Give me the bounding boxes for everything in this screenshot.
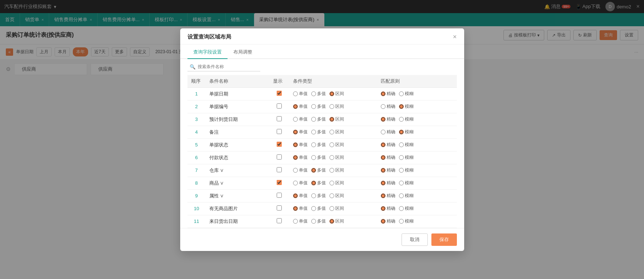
dialog-close-button[interactable]: × [453,34,457,40]
show-checkbox-8[interactable] [277,193,282,198]
tab-layout[interactable]: 布局调整 [228,46,258,59]
type-radio-单值-2[interactable]: 单值 [293,116,308,122]
match-radio-模糊-8[interactable]: 模糊 [399,193,414,199]
match-radio-精确-7[interactable]: 精确 [381,180,395,186]
tab-query-fields[interactable]: 查询字段设置 [187,46,228,59]
show-checkbox-7[interactable] [277,180,282,185]
cell-name-10: 来日货出日期 [206,215,269,228]
save-button[interactable]: 保存 [431,233,457,246]
show-checkbox-5[interactable] [277,154,282,160]
match-radio-模糊-0[interactable]: 模糊 [399,91,414,97]
match-radio-模糊-1[interactable]: 模糊 [399,103,414,110]
type-radio-单值-8[interactable]: 单值 [293,193,308,199]
cell-show-8[interactable] [269,189,289,202]
type-radio-单值-1[interactable]: 单值 [293,103,308,110]
show-checkbox-1[interactable] [277,103,282,109]
type-radio-多值-9[interactable]: 多值 [311,205,326,212]
cell-show-6[interactable] [269,164,289,177]
col-header-match: 匹配原则 [377,75,457,88]
match-radio-模糊-6[interactable]: 模糊 [399,167,414,173]
type-radio-单值-3[interactable]: 单值 [293,129,308,135]
cell-show-5[interactable] [269,151,289,164]
cancel-button[interactable]: 取消 [402,233,428,246]
type-radio-单值-6[interactable]: 单值 [293,167,308,173]
cell-order-7: 8 [187,177,206,189]
type-radio-区间-2[interactable]: 区间 [329,116,344,122]
type-radio-区间-6[interactable]: 区间 [329,167,344,173]
type-radio-单值-0[interactable]: 单值 [293,91,308,97]
show-checkbox-6[interactable] [277,167,282,172]
table-row: 7仓库 ∨单值多值区间精确模糊 [187,164,457,177]
show-checkbox-2[interactable] [277,116,282,121]
cell-show-3[interactable] [269,126,289,138]
show-checkbox-9[interactable] [277,205,282,211]
show-checkbox-4[interactable] [277,142,282,147]
type-radio-多值-4[interactable]: 多值 [311,142,326,148]
type-radio-单值-4[interactable]: 单值 [293,142,308,148]
cell-show-1[interactable] [269,100,289,113]
type-radio-区间-7[interactable]: 区间 [329,180,344,186]
table-row: 8商品 ∨单值多值区间精确模糊 [187,177,457,189]
type-radio-多值-7[interactable]: 多值 [311,180,326,186]
dialog-footer: 取消 保存 [180,228,464,251]
type-radio-区间-10[interactable]: 区间 [329,218,344,224]
cell-show-0[interactable] [269,87,289,100]
type-radio-多值-1[interactable]: 多值 [311,103,326,110]
cell-name-9: 有无商品图片 [206,202,269,215]
type-radio-多值-6[interactable]: 多值 [311,167,326,173]
dialog-table-wrap: 顺序 条件名称 显示 条件类型 匹配原则 1单据日期单值多值区间精确模糊2单据编… [180,75,464,228]
cell-match-4: 精确模糊 [377,138,457,151]
match-radio-精确-8[interactable]: 精确 [381,193,395,199]
search-input[interactable] [198,64,256,69]
cell-show-7[interactable] [269,177,289,189]
cell-match-2: 精确模糊 [377,113,457,126]
type-radio-单值-9[interactable]: 单值 [293,205,308,212]
cell-show-10[interactable] [269,215,289,228]
match-radio-精确-2[interactable]: 精确 [381,116,395,122]
cell-show-9[interactable] [269,202,289,215]
match-radio-精确-4[interactable]: 精确 [381,142,395,148]
type-radio-区间-9[interactable]: 区间 [329,205,344,212]
type-radio-区间-1[interactable]: 区间 [329,103,344,110]
type-radio-多值-10[interactable]: 多值 [311,218,326,224]
cell-name-0: 单据日期 [206,87,269,100]
type-radio-区间-0[interactable]: 区间 [329,91,344,97]
col-header-show: 显示 [269,75,289,88]
show-checkbox-0[interactable] [277,91,282,96]
match-radio-模糊-10[interactable]: 模糊 [399,218,414,224]
match-radio-模糊-9[interactable]: 模糊 [399,205,414,212]
cell-match-6: 精确模糊 [377,164,457,177]
type-radio-区间-3[interactable]: 区间 [329,129,344,135]
show-checkbox-10[interactable] [277,218,282,223]
type-radio-多值-3[interactable]: 多值 [311,129,326,135]
show-checkbox-3[interactable] [277,129,282,134]
cell-show-2[interactable] [269,113,289,126]
cell-name-4: 单据状态 [206,138,269,151]
match-radio-精确-1[interactable]: 精确 [381,103,395,110]
match-radio-模糊-7[interactable]: 模糊 [399,180,414,186]
match-radio-精确-5[interactable]: 精确 [381,154,395,161]
type-radio-单值-10[interactable]: 单值 [293,218,308,224]
type-radio-多值-8[interactable]: 多值 [311,193,326,199]
dialog-search-area: 🔍 [180,59,464,75]
match-radio-模糊-5[interactable]: 模糊 [399,154,414,161]
type-radio-区间-4[interactable]: 区间 [329,142,344,148]
type-radio-单值-5[interactable]: 单值 [293,154,308,161]
match-radio-精确-6[interactable]: 精确 [381,167,395,173]
cell-name-8: 属性 ∨ [206,189,269,202]
cell-match-8: 精确模糊 [377,189,457,202]
match-radio-精确-9[interactable]: 精确 [381,205,395,212]
match-radio-精确-3[interactable]: 精确 [381,129,395,135]
cell-show-4[interactable] [269,138,289,151]
match-radio-模糊-4[interactable]: 模糊 [399,142,414,148]
type-radio-区间-8[interactable]: 区间 [329,193,344,199]
type-radio-区间-5[interactable]: 区间 [329,154,344,161]
type-radio-多值-0[interactable]: 多值 [311,91,326,97]
type-radio-多值-5[interactable]: 多值 [311,154,326,161]
match-radio-模糊-3[interactable]: 模糊 [399,129,414,135]
match-radio-模糊-2[interactable]: 模糊 [399,116,414,122]
type-radio-单值-7[interactable]: 单值 [293,180,308,186]
match-radio-精确-10[interactable]: 精确 [381,218,395,224]
match-radio-精确-0[interactable]: 精确 [381,91,395,97]
type-radio-多值-2[interactable]: 多值 [311,116,326,122]
